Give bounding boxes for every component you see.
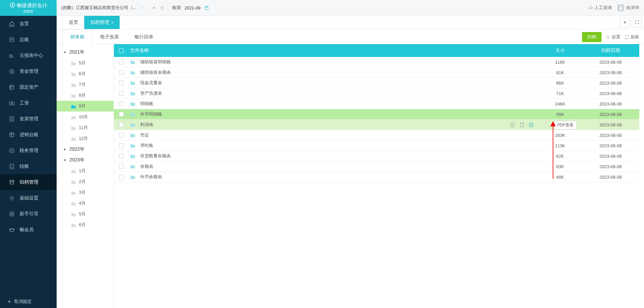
file-name: 辅助核算明细账 (140, 59, 171, 65)
tab-close-icon[interactable]: × (111, 20, 114, 25)
table-row[interactable]: 现金流量表66K2023-06-06 (114, 78, 639, 88)
company-selector[interactable]: (勿删）江西服宝精品有限责任公司（... (61, 5, 136, 11)
consult-link[interactable]: 人工咨询 (588, 5, 612, 11)
tree-year[interactable]: 2021年 (57, 47, 114, 58)
row-checkbox[interactable] (119, 133, 124, 137)
nav-item-close[interactable]: 结账 (0, 158, 57, 174)
archive-button[interactable]: 归档 (582, 32, 602, 42)
file-icon (130, 91, 135, 96)
nav-item-archive[interactable]: 归档管理 (0, 174, 57, 190)
tree-month[interactable]: 3月 (57, 187, 114, 198)
chevron-down-icon[interactable] (140, 6, 144, 10)
close-icon (9, 163, 15, 170)
tree-month[interactable]: 2月 (57, 176, 114, 187)
table-row[interactable]: 序时账113K2023-06-06 (114, 141, 639, 151)
page-tab[interactable]: 首页 (63, 16, 84, 29)
file-name: 辅助核算余额表 (140, 69, 171, 75)
tree-month[interactable]: 1月 (57, 165, 114, 176)
table-row[interactable]: 余额表83K2023-06-06 (114, 161, 639, 172)
unpin-button[interactable]: 取消固定 (0, 295, 57, 308)
nav-item-vip[interactable]: 畅会员 (0, 222, 57, 238)
tree-month[interactable]: 9月 (57, 101, 114, 112)
nav-item-invoice[interactable]: 发票管理 (0, 111, 57, 127)
sub-tab[interactable]: 财务账 (63, 29, 92, 44)
tree-month[interactable]: 5月 (57, 209, 114, 219)
table-row[interactable]: 资产负债表71K2023-06-06 (114, 88, 639, 99)
row-checkbox[interactable] (119, 175, 124, 179)
tree-month[interactable]: 4月 (57, 198, 114, 209)
row-checkbox[interactable] (119, 154, 124, 158)
file-size: 163K (538, 133, 582, 138)
refresh-link[interactable]: 刷新 (624, 34, 639, 40)
gear-icon[interactable] (160, 5, 165, 10)
sub-tab-label: 银行回单 (134, 34, 153, 40)
year-label: 2022年 (69, 146, 85, 152)
row-actions (509, 121, 535, 128)
tree-month[interactable]: 8月 (57, 90, 114, 101)
nav-item-salary[interactable]: 工资 (0, 95, 57, 111)
nav-item-asset[interactable]: 固定资产 (0, 79, 57, 95)
vip-icon (9, 227, 15, 233)
file-name: 利润表 (140, 122, 153, 128)
user-menu[interactable]: 徐泽华 (617, 4, 639, 11)
tree-month[interactable]: 5月 (57, 58, 114, 68)
table-row[interactable]: 利润表2K2023-06-06PDF查看 (114, 120, 639, 130)
folder-icon (71, 104, 76, 109)
row-checkbox[interactable] (119, 70, 124, 75)
folder-icon (71, 136, 76, 141)
row-checkbox[interactable] (119, 122, 124, 127)
svg-point-5 (11, 102, 12, 104)
home-icon (9, 21, 15, 27)
nav-item-guide[interactable]: 新手引导 (0, 206, 57, 222)
settings-link[interactable]: 设置 (606, 34, 620, 40)
table-row[interactable]: 外币明细账55K2023-06-06 (114, 109, 639, 120)
sub-tab[interactable]: 电子发票 (92, 29, 127, 44)
calendar-icon[interactable] (204, 5, 209, 10)
tree-month[interactable]: 6月 (57, 219, 114, 230)
nav-item-psi[interactable]: 进销台账 (0, 127, 57, 143)
table-row[interactable]: 凭证163K2023-06-06 (114, 130, 639, 141)
table-row[interactable]: 辅助核算明细账116K2023-06-06 (114, 57, 639, 67)
select-all-checkbox[interactable] (119, 48, 124, 53)
nav-item-tax[interactable]: 税务管理 (0, 143, 57, 158)
sub-tab[interactable]: 银行回单 (127, 29, 161, 44)
nav-item-ledger[interactable]: 总账 (0, 32, 57, 48)
row-checkbox[interactable] (119, 81, 124, 85)
pdf-view-icon[interactable] (527, 121, 535, 128)
table-row[interactable]: 外币余额表48K2023-06-06 (114, 172, 639, 182)
file-size: 62K (538, 154, 582, 159)
tree-month[interactable]: 11月 (57, 122, 114, 133)
period-value[interactable]: 2021-09 (184, 5, 201, 10)
table-row[interactable]: 存货数量余额表62K2023-06-06 (114, 151, 639, 161)
table-row[interactable]: 明细账246K2023-06-06 (114, 99, 639, 109)
row-checkbox[interactable] (119, 143, 124, 148)
nav-item-report[interactable]: 云报表中心 (0, 48, 57, 63)
tree-month[interactable]: 12月 (57, 133, 114, 144)
tree-year[interactable]: 2023年 (57, 155, 114, 165)
folder-icon (71, 72, 76, 76)
row-checkbox[interactable] (119, 60, 124, 64)
tree-month[interactable]: 7月 (57, 79, 114, 90)
file-date: 2023-06-06 (582, 175, 639, 180)
row-checkbox[interactable] (119, 164, 124, 169)
nav-item-home[interactable]: 首页 (0, 16, 57, 32)
export-excel-icon[interactable] (509, 121, 516, 128)
add-icon[interactable] (151, 5, 156, 10)
table-row[interactable]: 辅助核算余额表81K2023-06-06 (114, 67, 639, 78)
fullscreen-button[interactable] (632, 17, 642, 27)
close-tab-button[interactable]: ✕ (620, 17, 630, 27)
page-tab[interactable]: 归档管理× (84, 16, 120, 29)
nav-item-fund[interactable]: 资金管理 (0, 63, 57, 79)
tooltip: PDF查看 (554, 121, 577, 129)
row-checkbox[interactable] (119, 91, 124, 96)
nav-item-settings[interactable]: 基础设置 (0, 190, 57, 206)
tree-year[interactable]: 2022年 (57, 144, 114, 155)
nav-label: 畅会员 (20, 227, 34, 233)
row-checkbox[interactable] (119, 101, 124, 106)
row-checkbox[interactable] (119, 112, 124, 117)
asset-icon (9, 84, 15, 90)
tree-month[interactable]: 10月 (57, 112, 114, 122)
year-month-tree: 2021年5月6月7月8月9月10月11月12月2022年2023年1月2月3月… (57, 44, 114, 308)
tree-month[interactable]: 6月 (57, 68, 114, 79)
export-pdf-icon[interactable] (518, 121, 525, 128)
